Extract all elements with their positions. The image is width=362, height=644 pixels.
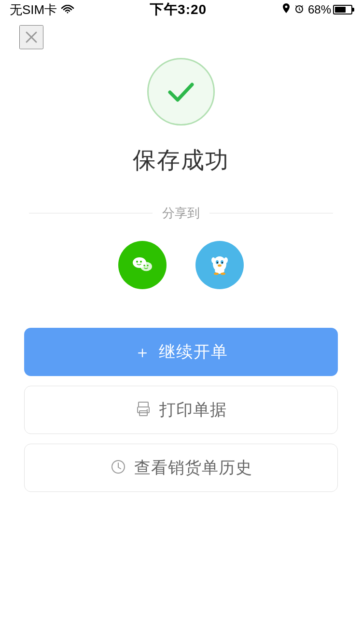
svg-point-4 [140,262,152,271]
time-display: 下午3:20 [150,0,207,19]
svg-point-8 [147,265,148,266]
svg-point-16 [214,273,219,275]
share-divider: 分享到 [0,205,362,222]
close-icon [24,29,39,45]
svg-point-19 [224,257,228,263]
svg-point-17 [221,273,225,275]
continue-label: 继续开单 [159,341,228,363]
wifi-icon [61,5,74,14]
success-circle [147,58,215,126]
svg-point-14 [218,265,222,267]
svg-point-7 [143,265,145,266]
svg-point-5 [136,261,138,263]
battery-text: 68% [308,3,331,16]
clock-icon [110,459,126,477]
battery-fill [335,7,346,13]
printer-icon [135,401,152,420]
history-button[interactable]: 查看销货单历史 [24,444,338,492]
action-buttons: ＋ 继续开单 打印单据 查看销货单历史 [0,328,362,492]
svg-point-13 [222,262,223,264]
divider-right [209,213,333,213]
continue-button[interactable]: ＋ 继续开单 [24,328,338,376]
battery-box [333,5,352,14]
status-bar: 无SIM卡 下午3:20 68% [0,0,362,19]
carrier-text: 无SIM卡 [10,1,57,18]
plus-icon: ＋ [134,344,151,360]
checkmark-icon [164,75,198,109]
wechat-share-button[interactable] [118,241,167,289]
qq-share-button[interactable] [195,241,244,289]
alarm-icon [294,3,304,16]
wechat-icon [128,251,157,280]
svg-point-6 [140,261,142,263]
carrier-info: 无SIM卡 [10,1,74,18]
history-label: 查看销货单历史 [134,457,252,479]
close-button[interactable] [19,25,43,49]
share-icons-row [118,241,244,289]
svg-point-12 [217,262,218,264]
main-content: 保存成功 分享到 [0,19,362,492]
location-icon [282,3,291,16]
battery-indicator: 68% [308,3,352,16]
svg-point-18 [211,257,215,263]
divider-left [29,213,153,213]
status-right-icons: 68% [282,3,352,16]
svg-point-23 [147,409,148,410]
svg-rect-20 [139,402,148,407]
success-title: 保存成功 [133,145,229,176]
print-button[interactable]: 打印单据 [24,386,338,434]
share-label: 分享到 [153,205,209,222]
qq-icon [205,251,234,280]
print-label: 打印单据 [159,399,227,421]
